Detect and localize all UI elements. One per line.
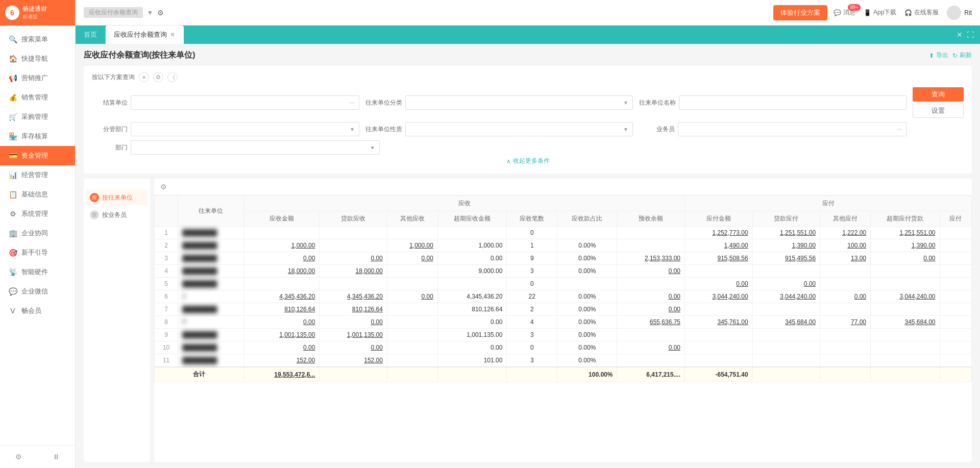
table-gear-icon[interactable]: ⚙ xyxy=(160,183,167,191)
query-type-partner-icon: 按 xyxy=(90,193,99,202)
sidebar-item-system[interactable]: ⚙系统管理 xyxy=(0,204,75,224)
col-recv-other: 其他应收 xyxy=(387,211,437,227)
col-pay-etc: 应付 xyxy=(940,211,971,227)
app-action[interactable]: 📱 App下载 xyxy=(864,8,896,17)
enterprise-label: 企业协同 xyxy=(21,229,48,238)
system-icon: ⚙ xyxy=(8,210,17,218)
inventory-icon: 🏪 xyxy=(8,132,17,140)
cell-pay-overdue: 1,251,551.00 xyxy=(871,227,940,239)
filter-settings-button[interactable]: ⚙ xyxy=(153,72,163,82)
query-type-partner[interactable]: 按 按往来单位 xyxy=(86,190,148,205)
cell-recv-other xyxy=(387,265,437,278)
filter-collapse-button[interactable]: ∧ 收起更多条件 xyxy=(92,155,964,167)
query-button[interactable]: 查询 xyxy=(913,87,964,102)
message-action[interactable]: 💬 消息 99+ xyxy=(834,8,855,17)
footer-pay-etc-total xyxy=(940,367,971,382)
export-button[interactable]: ⬆ 导出 xyxy=(929,51,948,60)
refresh-button[interactable]: ↻ 刷新 xyxy=(952,51,972,60)
tab-home[interactable]: 首页 xyxy=(76,26,106,44)
settlement-input[interactable]: ··· xyxy=(131,95,359,110)
filter-add-button[interactable]: + xyxy=(139,72,149,82)
tab-query[interactable]: 应收应付余额查询 ✕ xyxy=(106,26,184,44)
cell-partner: ████████ xyxy=(178,278,244,290)
category-input[interactable]: ▼ xyxy=(405,95,633,110)
tab-close-window-icon[interactable]: ✕ xyxy=(957,31,963,39)
cell-recv-amount: 152.00 xyxy=(244,354,320,367)
filter-row-1: 结算单位 ··· 往来单位分类 ▼ 往来单位 xyxy=(92,87,964,118)
cell-num: 7 xyxy=(155,303,178,316)
nature-input[interactable]: ▼ xyxy=(405,122,633,136)
management-label: 经营管理 xyxy=(21,170,48,180)
query-type-salesperson[interactable]: 按 按业务员 xyxy=(86,207,148,223)
sidebar-item-member[interactable]: V畅会员 xyxy=(0,301,75,321)
cell-pay-etc xyxy=(940,278,971,290)
footer-recv-overdue-total xyxy=(437,367,506,382)
filter-collapse-left-button[interactable]: 《 xyxy=(167,72,178,82)
sidebar-item-management[interactable]: 📊经营管理 xyxy=(0,165,75,185)
content-row: 按 按往来单位 按 按业务员 ⚙ xyxy=(84,179,972,462)
table-row: 8 P 0.00 0.00 0.00 4 0.00% 655,636.75 34… xyxy=(155,316,972,329)
dept-input[interactable]: ▼ xyxy=(131,122,359,136)
cell-pay-overdue xyxy=(871,265,940,278)
sidebar-item-weixin[interactable]: 💬企业微信 xyxy=(0,282,75,301)
footer-pay-other-total xyxy=(820,367,871,382)
cell-pay-other xyxy=(820,329,871,341)
cell-recv-prepay xyxy=(617,329,685,341)
nature-label: 往来单位性质 xyxy=(365,125,402,134)
cell-pay-etc xyxy=(940,227,971,239)
cell-pay-other: 0.00 xyxy=(820,290,871,303)
cell-recv-ratio: 0.00% xyxy=(557,354,617,367)
query-type-salesperson-label: 按业务员 xyxy=(102,211,127,219)
sidebar-item-hardware[interactable]: 📡智能硬件 xyxy=(0,262,75,282)
collapse-footer-icon[interactable]: ⏸ xyxy=(48,451,64,463)
settings-footer-icon[interactable]: ⚙ xyxy=(11,451,26,463)
subdept-label: 部门 xyxy=(92,143,128,152)
table-scroll-wrap[interactable]: 往来单位 应收 应付 应收金额 贷款应收 其他应收 超期应收金额 应收笔数 xyxy=(154,195,972,462)
sidebar-item-sales[interactable]: 💰销售管理 xyxy=(0,88,75,107)
sidebar-item-inventory[interactable]: 🏪库存核算 xyxy=(0,127,75,146)
promo-button[interactable]: 体验行业方案 xyxy=(773,5,827,20)
user-avatar-area[interactable]: Rit xyxy=(947,6,972,20)
cell-pay-loan xyxy=(752,341,820,354)
cell-recv-prepay: 0.00 xyxy=(617,303,685,316)
sidebar-item-basic-info[interactable]: 📋基础信息 xyxy=(0,185,75,204)
col-recv-ratio: 应收款占比 xyxy=(557,211,617,227)
service-action[interactable]: 🎧 在线客服 xyxy=(904,8,939,17)
salesperson-input[interactable]: ··· xyxy=(678,122,906,136)
table-toolbar: ⚙ xyxy=(154,179,972,195)
subdept-input[interactable]: ▼ xyxy=(131,140,380,155)
tab-expand-icon[interactable]: ⛶ xyxy=(967,31,974,39)
col-partner: 往来单位 xyxy=(178,196,244,227)
cell-recv-other xyxy=(387,303,437,316)
management-icon: 📊 xyxy=(8,171,17,179)
filter-row-3: 部门 ▼ xyxy=(92,140,964,155)
cell-recv-count: 0 xyxy=(507,227,557,239)
cell-recv-ratio: 0.00% xyxy=(557,341,617,354)
sidebar-item-quick-nav[interactable]: 🏠快捷导航 xyxy=(0,49,75,68)
cell-recv-loan xyxy=(320,239,387,252)
table-row: 9 ████████ 1,001,135.00 1,001,135.00 1,0… xyxy=(155,329,972,341)
cell-recv-prepay xyxy=(617,278,685,290)
partner-name-input[interactable] xyxy=(679,95,906,110)
sidebar-logo: 6 畅捷通财 标准版 xyxy=(0,0,75,26)
cell-recv-loan: 1,001,135.00 xyxy=(320,329,387,341)
cell-recv-amount: 1,001,135.00 xyxy=(244,329,320,341)
cell-pay-amount xyxy=(685,303,753,316)
sidebar-item-guide[interactable]: 🎯新手引导 xyxy=(0,243,75,262)
marketing-icon: 📢 xyxy=(8,74,17,82)
cell-partner: P xyxy=(178,316,244,329)
dept-arrow-icon: ▼ xyxy=(350,127,355,132)
sidebar-item-enterprise[interactable]: 🏢企业协同 xyxy=(0,224,75,243)
sidebar-nav: 🔍搜索菜单🏠快捷导航📢营销推广💰销售管理🛒采购管理🏪库存核算💳资金管理📊经营管理… xyxy=(0,26,75,445)
sidebar-item-marketing[interactable]: 📢营销推广 xyxy=(0,68,75,88)
header-gear-icon[interactable]: ⚙ xyxy=(157,9,164,17)
tab-close-icon[interactable]: ✕ xyxy=(170,31,175,38)
sidebar-item-purchase[interactable]: 🛒采购管理 xyxy=(0,107,75,127)
filter-rows: 结算单位 ··· 往来单位分类 ▼ 往来单位 xyxy=(92,87,964,155)
footer-recv-other-total xyxy=(387,367,437,382)
footer-pay-total: -654,751.40 xyxy=(685,367,753,382)
settings-button[interactable]: 设置 xyxy=(913,104,964,118)
tab-bar: 首页 应收应付余额查询 ✕ ✕ ⛶ xyxy=(76,26,980,44)
sidebar-item-search-menu[interactable]: 🔍搜索菜单 xyxy=(0,30,75,49)
sidebar-item-finance[interactable]: 💳资金管理 xyxy=(0,146,75,165)
